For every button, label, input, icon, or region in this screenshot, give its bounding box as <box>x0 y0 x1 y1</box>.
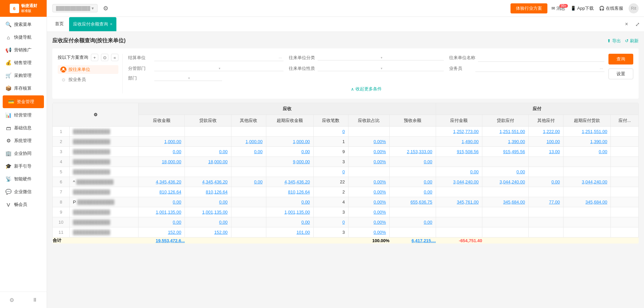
row-ar_amount[interactable]: 4,345,436.20 <box>139 177 185 187</box>
row-ap_other[interactable]: 100.00 <box>529 137 564 147</box>
row-ap_loan[interactable]: 915,495.56 <box>482 147 528 157</box>
sidebar-item-marketing[interactable]: 📢 营销推广 <box>0 44 47 56</box>
row-ar_advance[interactable]: 0.00 <box>389 187 436 197</box>
row-ap_loan[interactable]: 345,684.00 <box>482 197 528 207</box>
sidebar-item-wechat[interactable]: 💬 企业微信 <box>0 185 47 198</box>
sidebar-item-sales[interactable]: 💰 销售管理 <box>0 56 47 69</box>
sidebar-item-quick-nav[interactable]: ⌂ 快捷导航 <box>0 31 47 44</box>
collapse-filter-btn[interactable]: ∧ 收起更多条件 <box>128 85 604 93</box>
trial-button[interactable]: 体验行业方案 <box>511 3 547 13</box>
salesman-input[interactable]: ··· <box>475 65 604 72</box>
row-ar_amount[interactable]: 0.00 <box>139 217 185 227</box>
sidebar-item-inventory[interactable]: 📦 库存核算 <box>0 82 47 95</box>
row-ar_loan[interactable]: 1,001,135.00 <box>185 207 231 217</box>
export-button[interactable]: ⬆ 导出 <box>607 38 621 44</box>
user-avatar[interactable]: Rit <box>629 3 639 13</box>
row-ap_overdue[interactable]: 1,251,551.00 <box>564 127 611 137</box>
scheme-item-partner[interactable]: 按往来单位 <box>58 65 118 74</box>
row-ar_loan[interactable]: 152.00 <box>185 227 231 237</box>
row-ar_count[interactable]: 0 <box>313 127 348 137</box>
row-ar_overdue[interactable]: 0.00 <box>266 197 313 207</box>
messages-button[interactable]: ✉ 消息 99+ <box>551 5 565 11</box>
settings-icon[interactable]: ⚙ <box>100 3 111 14</box>
row-ap_other[interactable]: 13.00 <box>529 147 564 157</box>
sidebar-item-newbie[interactable]: 🎓 新手引导 <box>0 160 47 173</box>
settings-button[interactable]: 设置 <box>608 69 633 79</box>
row-ar_amount[interactable]: 18,000.00 <box>139 157 185 167</box>
row-ar_overdue[interactable]: 0.00 <box>266 217 313 227</box>
query-button[interactable]: 查询 <box>608 54 633 64</box>
tab-close-button[interactable]: × <box>623 20 631 28</box>
sidebar-settings-btn[interactable]: ⚙ <box>6 295 17 305</box>
sidebar-item-search-menu[interactable]: 🔍 搜索菜单 <box>0 18 47 31</box>
row-ar_other[interactable]: 0.00 <box>231 177 266 187</box>
row-ar_count[interactable]: 0 <box>313 167 348 177</box>
row-ar_other[interactable]: 0.00 <box>231 147 266 157</box>
sidebar-item-hardware[interactable]: 📡 智能硬件 <box>0 173 47 185</box>
row-ar_ratio[interactable]: 0.00% <box>348 217 389 227</box>
row-ap_loan[interactable]: 1,251,551.00 <box>482 127 528 137</box>
row-ar_ratio[interactable]: 0.00% <box>348 197 389 207</box>
row-ar_overdue[interactable]: 4,345,436.20 <box>266 177 313 187</box>
tab-home[interactable]: 首页 <box>50 17 69 32</box>
row-ap_overdue[interactable]: 3,044,240.00 <box>564 177 611 187</box>
service-button[interactable]: 🎧 在线客服 <box>599 5 623 11</box>
row-ar_overdue[interactable]: 1,000.00 <box>266 137 313 147</box>
filter-settings-btn[interactable]: ⊙ <box>101 54 108 61</box>
row-ar_loan[interactable]: 810,126.64 <box>185 187 231 197</box>
row-ar_amount[interactable]: 1,000.00 <box>139 137 185 147</box>
partner-nature-select[interactable]: ▾ <box>318 66 444 71</box>
row-ap_loan[interactable]: 0.00 <box>482 167 528 177</box>
company-selector[interactable]: ████████████ ▾ <box>52 4 98 12</box>
row-ar_ratio[interactable]: 0.00% <box>348 147 389 157</box>
row-ap_amount[interactable]: 345,761.00 <box>436 197 482 207</box>
salesman-text-input[interactable] <box>477 66 600 71</box>
row-ar_loan[interactable]: 18,000.00 <box>185 157 231 167</box>
department-select[interactable]: ▾ <box>154 76 222 81</box>
row-ar_advance[interactable]: 0.00 <box>389 217 436 227</box>
filter-collapse-left-btn[interactable]: « <box>111 54 118 61</box>
tab-expand-button[interactable]: ⤢ <box>633 20 641 28</box>
row-ar_advance[interactable]: 0.00 <box>389 177 436 187</box>
row-ap_amount[interactable]: 3,044,240.00 <box>436 177 482 187</box>
sidebar-item-member[interactable]: V 畅会员 <box>0 198 47 211</box>
row-ar_amount[interactable]: 1,001,135.00 <box>139 207 185 217</box>
row-ap_overdue[interactable]: 345,684.00 <box>564 197 611 207</box>
row-ar_other[interactable]: 1,000.00 <box>231 137 266 147</box>
row-ar_ratio[interactable]: 0.00% <box>348 157 389 167</box>
row-ar_overdue[interactable]: 810,126.64 <box>266 187 313 197</box>
row-ar_ratio[interactable]: 0.00% <box>348 187 389 197</box>
partner-name-input[interactable] <box>478 54 604 62</box>
row-ar_count[interactable]: 0 <box>313 217 348 227</box>
settlement-input[interactable]: ··· <box>154 54 283 61</box>
row-ap_other[interactable]: 0.00 <box>529 177 564 187</box>
sidebar-item-finance[interactable]: 💳 资金管理 <box>3 95 44 108</box>
row-ap_amount[interactable]: 915,508.56 <box>436 147 482 157</box>
row-ar_loan[interactable]: 0.00 <box>185 147 231 157</box>
row-ar_overdue[interactable]: 0.00 <box>266 147 313 157</box>
row-ar_advance[interactable]: 655,636.75 <box>389 197 436 207</box>
row-ap_overdue[interactable]: 0.00 <box>564 147 611 157</box>
row-ap_amount[interactable]: 0.00 <box>436 167 482 177</box>
total-ar-advance[interactable]: 6,417,215.... <box>389 237 436 244</box>
row-ar_amount[interactable]: 0.00 <box>139 147 185 157</box>
app-download-button[interactable]: 📱 App下载 <box>571 5 594 11</box>
sidebar-item-system[interactable]: ⚙ 系统管理 <box>0 134 47 147</box>
row-ap_other[interactable]: 1,222.00 <box>529 127 564 137</box>
sidebar-item-corp[interactable]: 🏢 企业协同 <box>0 147 47 160</box>
tab-ar-balance[interactable]: 应收应付余额查询 × <box>69 17 116 31</box>
row-ar_loan[interactable]: 0.00 <box>185 217 231 227</box>
row-ap_other[interactable]: 77.00 <box>529 197 564 207</box>
settlement-text-input[interactable] <box>156 55 279 60</box>
row-ar_overdue[interactable]: 1,001,135.00 <box>266 207 313 217</box>
row-ap_loan[interactable]: 1,390.00 <box>482 137 528 147</box>
scheme-item-salesman[interactable]: ⊙ 按业务员 <box>58 75 118 84</box>
total-ar-amount[interactable]: 19,553,472.6... <box>139 237 185 244</box>
row-ar_ratio[interactable]: 0.00% <box>348 207 389 217</box>
row-ar_overdue[interactable]: 9,000.00 <box>266 157 313 167</box>
table-settings-icon[interactable]: ⚙ <box>94 112 98 117</box>
row-ar_ratio[interactable]: 0.00% <box>348 227 389 237</box>
row-ar_ratio[interactable]: 0.00% <box>348 137 389 147</box>
row-ar_loan[interactable]: 4,345,436.20 <box>185 177 231 187</box>
row-ap_loan[interactable]: 3,044,240.00 <box>482 177 528 187</box>
